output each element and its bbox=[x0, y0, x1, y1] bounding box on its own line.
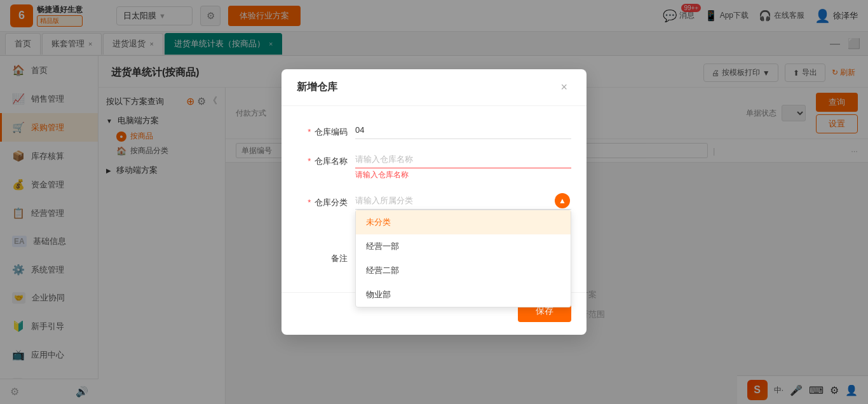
modal-overlay[interactable]: 新增仓库 × * 仓库编码 * 仓库名称 bbox=[0, 0, 868, 404]
code-field-row: * 仓库编码 bbox=[297, 121, 571, 139]
dropdown-item-uncategorized[interactable]: 未分类 bbox=[356, 210, 571, 234]
name-field-row: * 仓库名称 请输入仓库名称 bbox=[297, 151, 571, 180]
category-field-row: * 仓库分类 ▲ 未分类 经营一部 经营二部 物业部 bbox=[297, 192, 571, 210]
code-label: * 仓库编码 bbox=[297, 121, 348, 138]
name-label: * 仓库名称 bbox=[297, 151, 348, 167]
category-required-mark: * bbox=[308, 198, 311, 207]
category-input-container: ▲ 未分类 经营一部 经营二部 物业部 bbox=[355, 192, 571, 210]
code-input-wrap bbox=[355, 121, 571, 139]
dropdown-item-dept2[interactable]: 经营二部 bbox=[356, 259, 571, 283]
category-label: * 仓库分类 bbox=[297, 192, 348, 208]
name-error-msg: 请输入仓库名称 bbox=[355, 170, 571, 180]
category-input[interactable] bbox=[355, 192, 555, 209]
category-toggle-button[interactable]: ▲ bbox=[555, 193, 570, 208]
modal-close-button[interactable]: × bbox=[557, 79, 571, 95]
new-warehouse-modal: 新增仓库 × * 仓库编码 * 仓库名称 bbox=[281, 69, 587, 335]
dropdown-item-dept3[interactable]: 物业部 bbox=[356, 283, 571, 307]
name-input-wrap: 请输入仓库名称 bbox=[355, 151, 571, 180]
code-required-mark: * bbox=[308, 127, 311, 137]
note-label: 备注 bbox=[297, 248, 348, 264]
modal-header: 新增仓库 × bbox=[281, 69, 587, 106]
dropdown-item-dept1[interactable]: 经营一部 bbox=[356, 234, 571, 259]
modal-body: * 仓库编码 * 仓库名称 请输入仓库名称 bbox=[281, 106, 587, 292]
code-input[interactable] bbox=[355, 121, 571, 139]
category-dropdown: 未分类 经营一部 经营二部 物业部 bbox=[355, 210, 571, 307]
category-input-wrap: ▲ bbox=[355, 192, 571, 210]
name-required-mark: * bbox=[308, 156, 311, 166]
modal-title: 新增仓库 bbox=[297, 81, 337, 94]
name-input[interactable] bbox=[355, 151, 571, 168]
